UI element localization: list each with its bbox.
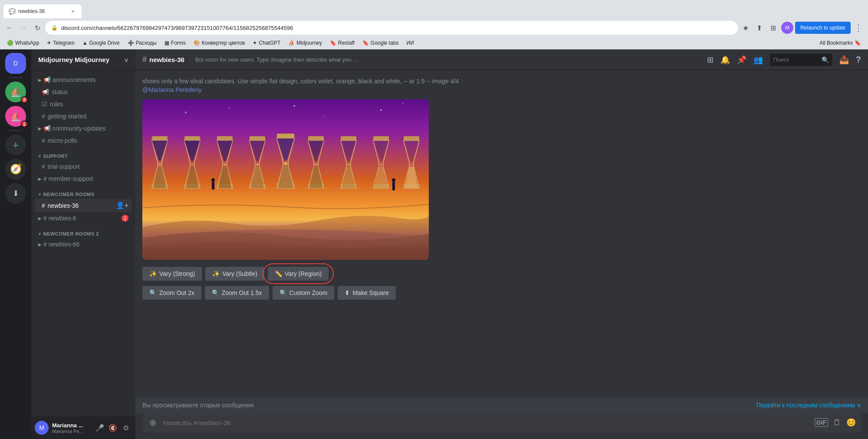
server-download-button[interactable]: ⬇ <box>5 183 26 204</box>
browser-tabs-bar: 💬 newbies-36 ✕ <box>0 0 868 18</box>
attach-button[interactable]: ⊕ <box>148 417 158 428</box>
browser-menu-icon[interactable]: ⋮ <box>852 23 865 33</box>
vary-region-icon: ✏️ <box>275 270 282 277</box>
search-bar[interactable]: 🔍 <box>770 54 832 66</box>
back-button[interactable]: ← <box>3 22 16 34</box>
make-square-label: Make Square <box>352 289 388 296</box>
channel-item-status[interactable]: 📢 status <box>35 86 132 98</box>
sidebar-header[interactable]: Midjourney Midjourney ∨ <box>31 49 135 70</box>
svg-rect-16 <box>217 136 233 141</box>
search-input[interactable] <box>773 56 819 63</box>
arrow-icon: ▶ <box>38 78 42 82</box>
server-explore-button[interactable]: 🧭 <box>5 159 26 180</box>
bookmarks-bar: 🟢 WhatsApp ✈ Telegram ▲ Google Drive ➕ Р… <box>0 37 868 49</box>
bookmark-telegram[interactable]: ✈ Telegram <box>43 39 78 47</box>
svg-rect-19 <box>212 182 214 190</box>
message-image <box>142 99 429 260</box>
inbox-icon[interactable]: 📥 <box>839 55 849 65</box>
sticker-icon[interactable]: 🗒 <box>833 418 841 427</box>
category-newcomer-rooms-2[interactable]: ∨ NEWCOMER ROOMS 2 <box>31 224 135 238</box>
settings-button[interactable]: ⚙ <box>120 422 132 434</box>
nr2-chevron: ∨ <box>38 232 42 236</box>
bookmark-expenses-label: Расходы <box>136 40 157 46</box>
chat-input-field[interactable] <box>163 419 809 426</box>
bookmark-expenses[interactable]: ➕ Расходы <box>124 39 160 47</box>
deafen-button[interactable]: 🔇 <box>107 422 119 434</box>
channel-item-newbies-66[interactable]: ▶ # newbies-66 <box>35 238 132 250</box>
bookmark-restaff[interactable]: 🔖 Restaff <box>326 39 358 47</box>
chevron-down-icon: ∨ <box>124 56 128 63</box>
share-icon[interactable]: ⬆ <box>753 22 766 34</box>
jump-arrow-icon: ∨ <box>857 402 861 409</box>
tab-close-icon[interactable]: ✕ <box>69 8 76 15</box>
bookmark-color-converter[interactable]: 🎨 Конвертер цветов <box>190 39 248 47</box>
bookmark-star-icon[interactable]: ★ <box>740 22 752 34</box>
hashtag-action-icon[interactable]: ⊞ <box>707 55 713 65</box>
mention[interactable]: @Marianna Perederiy <box>142 86 201 93</box>
make-square-button[interactable]: ⬆ Make Square <box>338 286 395 300</box>
address-bar[interactable]: 🔒 discord.com/channels/66226797698429747… <box>45 21 738 35</box>
grid-view-icon[interactable]: ⊞ <box>767 22 779 34</box>
reload-button[interactable]: ↻ <box>31 22 43 34</box>
server-badge-1: 3 <box>21 96 28 103</box>
zoom-out-1-5x-button[interactable]: 🔍 Zoom Out 1.5x <box>205 286 269 300</box>
jump-to-latest[interactable]: Перейти к последним сообщениям ∨ <box>756 402 861 409</box>
forward-button[interactable]: → <box>17 22 30 34</box>
svg-point-37 <box>392 178 395 182</box>
bookmark-chatgpt[interactable]: ✦ ChatGPT <box>249 39 284 47</box>
channel-item-community-updates[interactable]: ▶ 📢 community-updates <box>35 122 132 134</box>
server-icon-home[interactable]: D <box>5 53 26 74</box>
messages-area: shows only a few ideal candidates. Use s… <box>135 70 868 397</box>
rules-name: rules <box>50 101 63 108</box>
channel-item-newbies-6[interactable]: ▶ # newbies-6 1 <box>35 212 132 224</box>
emoji-icon[interactable]: 😊 <box>846 418 856 427</box>
channel-item-announcements[interactable]: ▶ 📢 announcements <box>35 74 132 86</box>
midjourney-icon: ⛵ <box>288 40 295 46</box>
add-member-icon[interactable]: 👤+ <box>116 201 128 210</box>
bookmark-google-tabs[interactable]: 🔖 Google tabs <box>359 39 402 47</box>
profile-btn[interactable]: M <box>781 22 793 34</box>
channel-item-member-support[interactable]: ▶ # member-support <box>35 173 132 185</box>
getting-started-name: getting-started <box>48 113 87 120</box>
custom-zoom-button[interactable]: 🔍 Custom Zoom <box>273 286 335 300</box>
channel-item-trial-support[interactable]: # trial-support <box>35 161 132 173</box>
svg-point-12 <box>158 163 161 166</box>
zoom-out-2x-button[interactable]: 🔍 Zoom Out 2x <box>142 286 201 300</box>
server-icon-sailboat2[interactable]: ⛵ 1 <box>5 106 26 127</box>
vary-subtle-button[interactable]: ✨ Vary (Subtle) <box>205 267 264 281</box>
svg-point-6 <box>324 116 325 117</box>
zoom-out-1-5x-label: Zoom Out 1.5x <box>222 289 262 296</box>
members-icon[interactable]: 👥 <box>753 55 763 65</box>
bookmark-whatsapp[interactable]: 🟢 WhatsApp <box>3 39 43 47</box>
browser-nav-bar: ← → ↻ 🔒 discord.com/channels/66226797698… <box>0 18 868 37</box>
server-add-button[interactable]: + <box>5 134 26 155</box>
bookmark-midjourney[interactable]: ⛵ Midjourney <box>285 39 326 47</box>
server-icon-sailboat1[interactable]: ⛵ 3 <box>5 82 26 102</box>
bookmark-forms[interactable]: ▦ Forms <box>161 39 189 47</box>
notification-icon[interactable]: 🔔 <box>720 55 730 65</box>
channel-item-newbies-36[interactable]: # newbies-36 👤+ <box>35 199 132 212</box>
vary-region-button[interactable]: ✏️ Vary (Region) <box>268 267 329 281</box>
whatsapp-icon: 🟢 <box>7 40 13 46</box>
sidebar-channels: ▶ 📢 announcements 📢 status ☑ rules # get… <box>31 70 135 416</box>
category-newcomer-rooms[interactable]: ∨ NEWCOMER ROOMS <box>31 185 135 199</box>
bookmark-google-drive[interactable]: ▲ Google Drive <box>79 39 123 47</box>
gif-icon[interactable]: GIF <box>815 418 828 427</box>
category-support[interactable]: ∨ SUPPORT <box>31 147 135 161</box>
mute-button[interactable]: 🎤 <box>94 422 106 434</box>
help-icon[interactable]: ? <box>856 55 861 65</box>
getting-started-icon: # <box>42 113 45 120</box>
bookmark-all[interactable]: All Bookmarks 🔖 <box>816 39 865 47</box>
channel-item-getting-started[interactable]: # getting-started <box>35 110 132 122</box>
svg-point-23 <box>256 163 259 166</box>
channel-item-micro-polls[interactable]: # micro-polls <box>35 134 132 147</box>
vary-strong-icon: ✨ <box>149 270 157 277</box>
bookmark-ii[interactable]: ИИ <box>403 39 418 47</box>
svg-point-32 <box>347 163 350 166</box>
pin-icon[interactable]: 📌 <box>737 55 746 65</box>
channel-item-rules[interactable]: ☑ rules <box>35 98 132 110</box>
header-actions: ⊞ 🔔 📌 👥 🔍 📥 ? <box>707 54 861 66</box>
vary-strong-button[interactable]: ✨ Vary (Strong) <box>142 267 202 281</box>
browser-tab[interactable]: 💬 newbies-36 ✕ <box>3 4 82 18</box>
relaunch-button[interactable]: Relaunch to update <box>795 22 851 34</box>
